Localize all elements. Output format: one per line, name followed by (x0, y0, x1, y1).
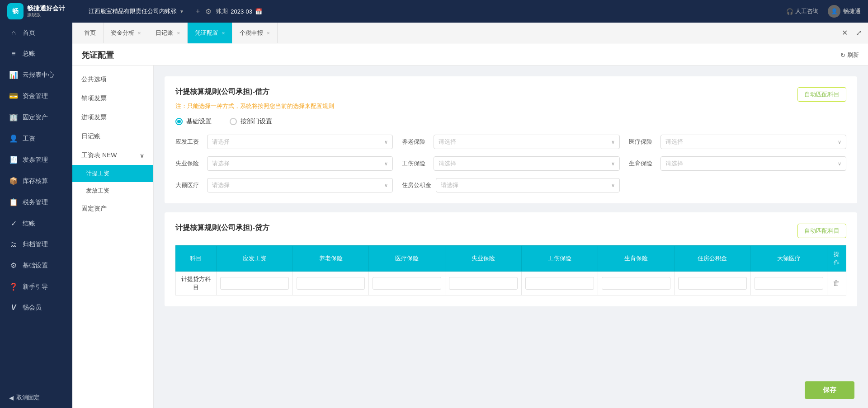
headphone-icon: 🎧 (786, 8, 793, 15)
nav-salary-label: 工资表 NEW (81, 151, 117, 159)
nav-journal[interactable]: 日记账 (72, 127, 153, 146)
nav-calc-salary[interactable]: 计提工资 (72, 165, 153, 182)
cancel-fix-button[interactable]: ◀ 取消固定 (0, 387, 72, 408)
chevron-unemployment: ∨ (384, 161, 388, 167)
delete-button[interactable]: 🗑 (833, 279, 840, 287)
tab-journal[interactable]: 日记账 × (148, 23, 187, 43)
sidebar-label-settings: 基础设置 (23, 262, 48, 270)
label-gross-salary: 应发工资 (175, 138, 203, 146)
tab-expand-button[interactable]: ⤢ (854, 27, 863, 39)
save-button[interactable]: 保存 (805, 381, 854, 399)
nav-sales-label: 销项发票 (81, 94, 107, 102)
tab-funds[interactable]: 资金分析 × (104, 23, 148, 43)
settings-button[interactable]: ⚙ (205, 7, 212, 16)
nav-calc-salary-label: 计提工资 (86, 170, 109, 177)
debit-auto-match-button[interactable]: 自动匹配科目 (797, 87, 846, 102)
tab-close-all-button[interactable]: ✕ (840, 27, 849, 39)
tab-voucher-close[interactable]: × (222, 30, 225, 36)
user-name: 畅捷通 (843, 7, 861, 15)
sidebar-item-home[interactable]: ⌂ 首页 (0, 23, 72, 43)
nav-pay-salary[interactable]: 发放工资 (72, 182, 153, 199)
debit-auto-match-label: 自动匹配科目 (804, 91, 840, 98)
select-unemployment[interactable]: 请选择 ∨ (207, 156, 393, 171)
support-button[interactable]: 🎧 人工咨询 (786, 7, 819, 15)
nav-fixed-assets[interactable]: 固定资产 (72, 199, 153, 218)
sidebar-label-member: 畅会员 (23, 304, 42, 312)
sidebar-item-guide[interactable]: ❓ 新手引导 (0, 276, 72, 297)
sidebar-item-salary[interactable]: 👤 工资 (0, 128, 72, 149)
app-name: 畅捷通好会计 (27, 5, 65, 12)
company-selector[interactable]: 江西服宝精品有限责任公司内账张 ▼ (89, 7, 187, 15)
refresh-label: 刷新 (847, 51, 859, 59)
sidebar-item-funds[interactable]: 💳 资金管理 (0, 85, 72, 107)
chevron-housing-fund: ∨ (611, 183, 615, 188)
placeholder-unemployment: 请选择 (212, 159, 230, 168)
input-maternity[interactable] (602, 277, 670, 290)
field-work-injury: 工伤保险 请选择 ∨ (402, 156, 619, 171)
nav-purchase-label: 进项发票 (81, 113, 107, 121)
calendar-icon[interactable]: 📅 (255, 8, 262, 15)
select-work-injury[interactable]: 请选择 ∨ (434, 156, 619, 171)
sidebar-item-settings[interactable]: ⚙ 基础设置 (0, 255, 72, 276)
tab-tax-report[interactable]: 个税申报 × (232, 23, 277, 43)
sidebar-item-tax[interactable]: 📋 税务管理 (0, 192, 72, 213)
period-area: 账期 2023-03 📅 (216, 7, 262, 15)
nav-purchase[interactable]: 进项发票 (72, 108, 153, 127)
input-medical[interactable] (373, 277, 441, 290)
radio-basic-circle (175, 118, 183, 125)
sidebar-item-ledger[interactable]: ≡ 总账 (0, 43, 72, 64)
inventory-icon: 📦 (9, 177, 18, 185)
field-housing-fund: 住房公积金 请选择 ∨ (402, 178, 619, 192)
sidebar-item-assets[interactable]: 🏢 固定资产 (0, 107, 72, 128)
select-medical[interactable]: 请选择 ∨ (660, 135, 846, 149)
tab-tax-close[interactable]: × (267, 30, 269, 36)
nav-public[interactable]: 公共选项 (72, 70, 153, 89)
sidebar-item-archive[interactable]: 🗂 归档管理 (0, 234, 72, 255)
add-button[interactable]: + (196, 7, 200, 15)
guide-icon: ❓ (9, 282, 18, 291)
tab-journal-close[interactable]: × (177, 30, 179, 36)
placeholder-pension: 请选择 (439, 138, 456, 146)
select-gross-salary[interactable]: 请选择 ∨ (207, 135, 393, 149)
radio-basic[interactable]: 基础设置 (175, 117, 212, 126)
tab-home[interactable]: 首页 (77, 23, 104, 43)
nav-sales[interactable]: 销项发票 (72, 89, 153, 108)
tab-funds-label: 资金分析 (111, 29, 134, 37)
tab-voucher-config[interactable]: 凭证配置 × (188, 23, 232, 43)
input-gross[interactable] (220, 277, 289, 290)
select-major-medical[interactable]: 请选择 ∨ (207, 178, 393, 192)
cell-subject: 计提贷方科目 (176, 272, 217, 295)
refresh-button[interactable]: ↻ 刷新 (840, 51, 859, 59)
nav-salary-group-header[interactable]: 工资表 NEW ∨ (72, 146, 153, 165)
sidebar-item-reports[interactable]: 📊 云报表中心 (0, 64, 72, 85)
tab-tax-label: 个税申报 (240, 29, 263, 37)
radio-dept[interactable]: 按部门设置 (230, 117, 272, 126)
chevron-gross-salary: ∨ (384, 139, 388, 145)
cell-housing (674, 272, 750, 295)
sidebar-item-inventory[interactable]: 📦 库存核算 (0, 170, 72, 192)
member-icon: V (9, 304, 18, 312)
tab-bar-right: ✕ ⤢ (840, 27, 863, 39)
credit-auto-match-button[interactable]: 自动匹配科目 (797, 224, 846, 238)
select-pension[interactable]: 请选择 ∨ (434, 135, 619, 149)
sidebar-label-home: 首页 (23, 29, 35, 37)
sidebar-item-closing[interactable]: ✓ 结账 (0, 213, 72, 234)
company-dropdown-icon: ▼ (179, 9, 184, 14)
sidebar: ⌂ 首页 ≡ 总账 📊 云报表中心 💳 资金管理 🏢 固定资产 👤 工资 🧾 发… (0, 23, 72, 408)
input-pension[interactable] (297, 277, 365, 290)
user-area[interactable]: 👤 畅捷通 (828, 5, 861, 18)
select-maternity[interactable]: 请选择 ∨ (660, 156, 846, 171)
debit-section: 计提核算规则(公司承担)-借方 注：只能选择一种方式，系统将按照您当前的选择来配… (165, 76, 857, 203)
tab-funds-close[interactable]: × (138, 30, 141, 36)
input-housing[interactable] (678, 277, 747, 290)
radio-group: 基础设置 按部门设置 (175, 117, 846, 126)
sidebar-item-invoice[interactable]: 🧾 发票管理 (0, 149, 72, 170)
debit-section-title: 计提核算规则(公司承担)-借方 (175, 87, 797, 97)
input-major-medical[interactable] (755, 277, 823, 290)
col-work-injury: 工伤保险 (522, 246, 598, 272)
input-unemployment[interactable] (449, 277, 518, 290)
tab-journal-label: 日记账 (156, 29, 173, 37)
select-housing-fund[interactable]: 请选择 ∨ (436, 178, 619, 192)
input-work-injury[interactable] (525, 277, 594, 290)
sidebar-item-member[interactable]: V 畅会员 (0, 297, 72, 318)
